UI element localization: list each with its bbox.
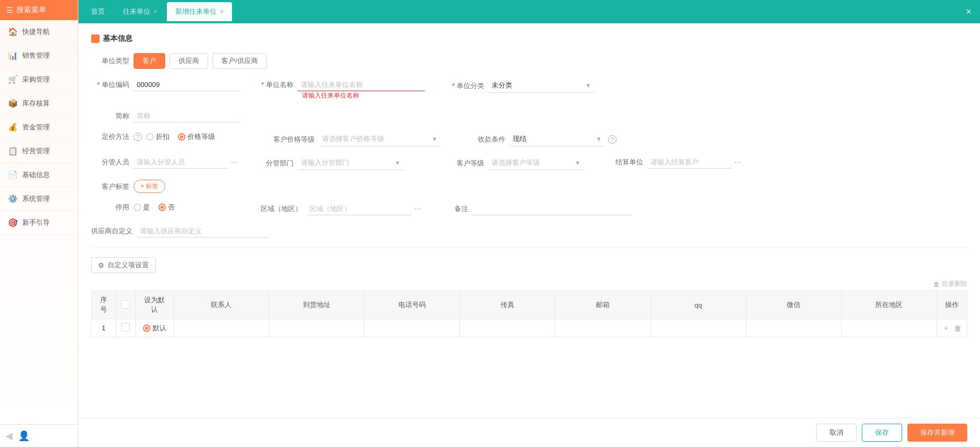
sidebar-item-quick-nav[interactable]: 🏠 快捷导航 (0, 20, 78, 44)
add-row-icon[interactable]: ＋ (942, 323, 950, 333)
supplier-custom-input[interactable] (137, 225, 269, 238)
tab-bar-close-icon[interactable]: × (961, 4, 976, 20)
sidebar: ☰ 搜索菜单 🏠 快捷导航 📊 销售管理 🛒 采购管理 📦 库存核算 💰 资金管… (0, 0, 78, 447)
fax-input[interactable] (465, 324, 549, 332)
sidebar-item-label: 经营管理 (22, 146, 50, 156)
unit-category-select[interactable]: 未分类 ▼ (488, 78, 594, 93)
sidebar-item-base-info[interactable]: 📄 基础信息 (0, 163, 78, 187)
sidebar-item-finance[interactable]: 💰 资金管理 (0, 116, 78, 139)
sidebar-item-label: 基础信息 (22, 170, 50, 180)
row-checkbox[interactable] (121, 323, 130, 331)
default-radio-label: 默认 (153, 323, 166, 333)
radio-discount-circle (146, 133, 154, 141)
region-input2[interactable] (847, 324, 931, 332)
supplier-custom-field: 供应商自定义 (91, 225, 967, 238)
delete-row-icon[interactable]: 🗑 (954, 324, 961, 332)
contact-input[interactable] (179, 324, 263, 332)
unit-type-field: 单位类型 客户 供应商 客户/供应商 (91, 53, 967, 69)
sidebar-item-purchase[interactable]: 🛒 采购管理 (0, 68, 78, 92)
remark-input[interactable] (473, 203, 631, 215)
payment-terms-select[interactable]: 现结 ▼ (510, 132, 605, 146)
save-button[interactable]: 保存 (862, 424, 902, 442)
settlement-more-icon[interactable]: ··· (732, 157, 743, 167)
btn-customer[interactable]: 客户 (133, 53, 165, 69)
default-radio[interactable]: 默认 (141, 323, 168, 333)
system-icon: ⚙️ (7, 194, 18, 204)
col-ops: 操作 (937, 291, 967, 319)
manager-more-icon[interactable]: ··· (229, 157, 240, 167)
header-checkbox[interactable] (121, 300, 130, 309)
cancel-button[interactable]: 取消 (816, 424, 857, 442)
address-input[interactable] (274, 324, 359, 332)
sidebar-item-label: 快捷导航 (22, 27, 50, 37)
search-menu-button[interactable]: ☰ 搜索菜单 (0, 0, 78, 20)
tag-field: 客户标签 + 标签 (91, 180, 967, 193)
sidebar-item-sales[interactable]: 📊 销售管理 (0, 44, 78, 68)
home-icon: 🏠 (7, 27, 18, 37)
sidebar-user-icon[interactable]: 👤 (18, 430, 30, 442)
unit-name-field: 单位名称 请输入往来单位名称 (261, 78, 451, 100)
radio-yes-label: 是 (143, 203, 150, 212)
row-region[interactable] (841, 319, 937, 337)
customer-price-level-field: 客户价格等级 请选择客户价格等级 ▼ (271, 132, 473, 146)
radio-price-level[interactable]: 价格等级 (178, 132, 215, 142)
disabled-label: 停用 (91, 203, 133, 212)
row-qq[interactable] (651, 319, 746, 337)
unit-name-input[interactable] (298, 78, 425, 91)
btn-both[interactable]: 客户/供应商 (212, 53, 267, 69)
main-area: 首页 往来单位 × 新增往来单位 × × 基本信息 单位类型 客户 供应商 客户… (78, 0, 980, 447)
short-name-row: 简称 (91, 110, 967, 122)
save-new-button[interactable]: 保存并新增 (907, 424, 967, 442)
section-title: 基本信息 (91, 34, 967, 43)
row-phone[interactable] (364, 319, 460, 337)
sidebar-item-system[interactable]: ⚙️ 系统管理 (0, 187, 78, 211)
row-wechat[interactable] (746, 319, 841, 337)
sidebar-item-label: 库存核算 (22, 99, 50, 108)
col-check (116, 291, 136, 319)
tab-partners[interactable]: 往来单位 × (114, 2, 166, 21)
dept-select[interactable]: 请输入分管部门 ▼ (298, 156, 404, 170)
form-divider (91, 247, 967, 248)
settlement-unit-input[interactable] (647, 156, 732, 169)
region-label: 区域（地区） (261, 204, 306, 214)
row-contact[interactable] (174, 319, 269, 337)
region-input[interactable] (306, 203, 412, 215)
pricing-help-icon[interactable]: ? (133, 133, 142, 141)
customer-level-select[interactable]: 请选择客户等级 ▼ (488, 156, 584, 170)
table-row: 1 默认 (92, 319, 967, 337)
row-seq: 1 (92, 319, 116, 337)
sidebar-item-inventory[interactable]: 📦 库存核算 (0, 92, 78, 116)
qq-input[interactable] (656, 324, 741, 332)
col-seq: 序号 (92, 291, 116, 319)
payment-help-icon[interactable]: ? (608, 135, 617, 144)
tab-new-partner[interactable]: 新增往来单位 × (167, 2, 232, 21)
radio-discount[interactable]: 折扣 (146, 132, 170, 142)
customer-price-level-select[interactable]: 请选择客户价格等级 ▼ (319, 132, 441, 146)
add-tag-button[interactable]: + 标签 (133, 180, 165, 193)
tab-new-partner-close-icon[interactable]: × (220, 8, 224, 15)
unit-type-btn-group: 客户 供应商 客户/供应商 (133, 53, 267, 69)
row-fax[interactable] (460, 319, 555, 337)
radio-no[interactable]: 否 (158, 203, 175, 212)
unit-code-input[interactable] (133, 78, 239, 91)
sidebar-item-operations[interactable]: 📋 经营管理 (0, 139, 78, 163)
region-more-icon[interactable]: ··· (412, 204, 423, 214)
sidebar-item-label: 采购管理 (22, 75, 50, 84)
phone-input[interactable] (370, 324, 454, 332)
custom-settings-button[interactable]: ⚙ 自定义项设置 (91, 257, 156, 273)
row-address[interactable] (269, 319, 364, 337)
pricing-method-field: 定价方法 ? 折扣 价格等级 (91, 132, 271, 142)
tab-partners-close-icon[interactable]: × (154, 8, 157, 15)
row-email[interactable] (555, 319, 651, 337)
email-input[interactable] (560, 324, 645, 332)
btn-supplier[interactable]: 供应商 (170, 53, 208, 69)
short-name-input[interactable] (133, 110, 239, 122)
tab-home[interactable]: 首页 (83, 2, 113, 21)
wechat-input[interactable] (752, 324, 836, 332)
sidebar-item-new-guide[interactable]: 🎯 新手引导 (0, 211, 78, 235)
sidebar-expand-icon[interactable]: ◀ (5, 430, 13, 442)
radio-yes-circle (133, 204, 141, 211)
radio-yes[interactable]: 是 (133, 203, 150, 212)
manager-input[interactable] (133, 156, 229, 169)
batch-delete-label[interactable]: 批量删除 (942, 279, 967, 288)
